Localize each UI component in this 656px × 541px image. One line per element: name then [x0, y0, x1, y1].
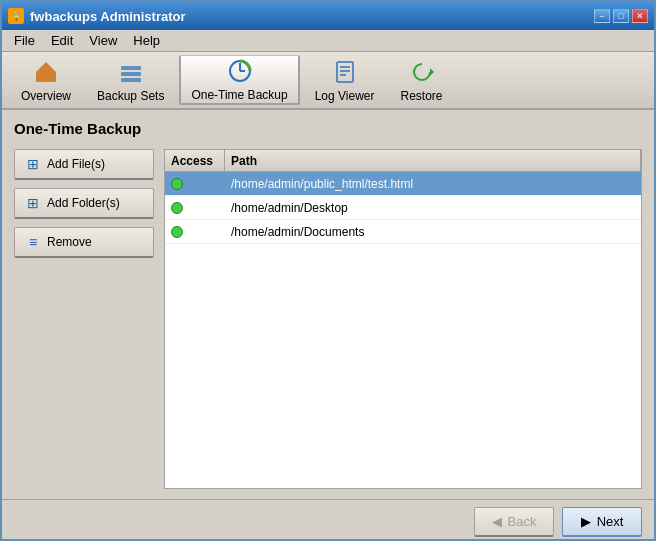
add-folders-label: Add Folder(s)	[47, 196, 120, 210]
toolbar-one-time-backup[interactable]: One-Time Backup	[179, 55, 299, 105]
menu-edit[interactable]: Edit	[43, 31, 81, 50]
menu-file[interactable]: File	[6, 31, 43, 50]
window-title: fwbackups Administrator	[30, 9, 186, 24]
back-arrow-icon: ◀	[492, 514, 502, 529]
menu-view[interactable]: View	[81, 31, 125, 50]
path-cell: /home/admin/Desktop	[225, 199, 641, 217]
restore-icon	[408, 58, 436, 86]
overview-icon	[32, 58, 60, 86]
close-button[interactable]: ✕	[632, 9, 648, 23]
table-body[interactable]: /home/admin/public_html/test.html /home/…	[165, 172, 641, 488]
table-header: Access Path	[165, 150, 641, 172]
remove-icon: ≡	[25, 234, 41, 250]
table-row[interactable]: /home/admin/Desktop	[165, 196, 641, 220]
access-indicator	[171, 178, 183, 190]
svg-rect-8	[337, 62, 353, 82]
toolbar-overview[interactable]: Overview	[10, 55, 82, 105]
file-list-container: Access Path /home/admin/public_html/test…	[164, 149, 642, 489]
svg-marker-12	[430, 68, 434, 76]
backup-sets-label: Backup Sets	[97, 89, 164, 103]
main-area: ⊞ Add File(s) ⊞ Add Folder(s) ≡ Remove A…	[14, 149, 642, 489]
remove-label: Remove	[47, 235, 92, 249]
access-cell	[165, 200, 225, 216]
svg-rect-4	[121, 78, 141, 82]
access-indicator	[171, 226, 183, 238]
back-button[interactable]: ◀ Back	[474, 507, 554, 537]
backup-sets-icon	[117, 58, 145, 86]
add-files-label: Add File(s)	[47, 157, 105, 171]
app-icon: 🔒	[8, 8, 24, 24]
menubar: File Edit View Help	[2, 30, 654, 52]
toolbar-backup-sets[interactable]: Backup Sets	[86, 55, 175, 105]
maximize-button[interactable]: □	[613, 9, 629, 23]
svg-rect-3	[121, 72, 141, 76]
toolbar-restore[interactable]: Restore	[389, 55, 453, 105]
access-cell	[165, 224, 225, 240]
table-row[interactable]: /home/admin/Documents	[165, 220, 641, 244]
toolbar-log-viewer[interactable]: Log Viewer	[304, 55, 386, 105]
back-label: Back	[508, 514, 537, 529]
content-area: One-Time Backup ⊞ Add File(s) ⊞ Add Fold…	[2, 110, 654, 499]
next-arrow-icon: ▶	[581, 514, 591, 529]
toolbar: Overview Backup Sets One-Ti	[2, 52, 654, 110]
button-panel: ⊞ Add File(s) ⊞ Add Folder(s) ≡ Remove	[14, 149, 154, 489]
one-time-backup-icon	[226, 57, 254, 85]
add-folders-icon: ⊞	[25, 195, 41, 211]
overview-label: Overview	[21, 89, 71, 103]
log-viewer-icon	[331, 58, 359, 86]
next-button[interactable]: ▶ Next	[562, 507, 642, 537]
remove-button[interactable]: ≡ Remove	[14, 227, 154, 258]
page-title: One-Time Backup	[14, 120, 642, 137]
header-path: Path	[225, 150, 641, 171]
svg-marker-1	[36, 62, 56, 72]
bottom-bar: ◀ Back ▶ Next	[2, 499, 654, 541]
add-files-button[interactable]: ⊞ Add File(s)	[14, 149, 154, 180]
svg-rect-2	[121, 66, 141, 70]
add-files-icon: ⊞	[25, 156, 41, 172]
header-access: Access	[165, 150, 225, 171]
access-indicator	[171, 202, 183, 214]
svg-rect-0	[36, 72, 56, 82]
one-time-backup-label: One-Time Backup	[191, 88, 287, 102]
table-row[interactable]: /home/admin/public_html/test.html	[165, 172, 641, 196]
access-cell	[165, 176, 225, 192]
path-cell: /home/admin/Documents	[225, 223, 641, 241]
add-folders-button[interactable]: ⊞ Add Folder(s)	[14, 188, 154, 219]
path-cell: /home/admin/public_html/test.html	[225, 175, 641, 193]
next-label: Next	[597, 514, 624, 529]
restore-label: Restore	[400, 89, 442, 103]
minimize-button[interactable]: −	[594, 9, 610, 23]
titlebar: 🔒 fwbackups Administrator − □ ✕	[2, 2, 654, 30]
menu-help[interactable]: Help	[125, 31, 168, 50]
titlebar-controls: − □ ✕	[594, 9, 648, 23]
log-viewer-label: Log Viewer	[315, 89, 375, 103]
titlebar-left: 🔒 fwbackups Administrator	[8, 8, 186, 24]
